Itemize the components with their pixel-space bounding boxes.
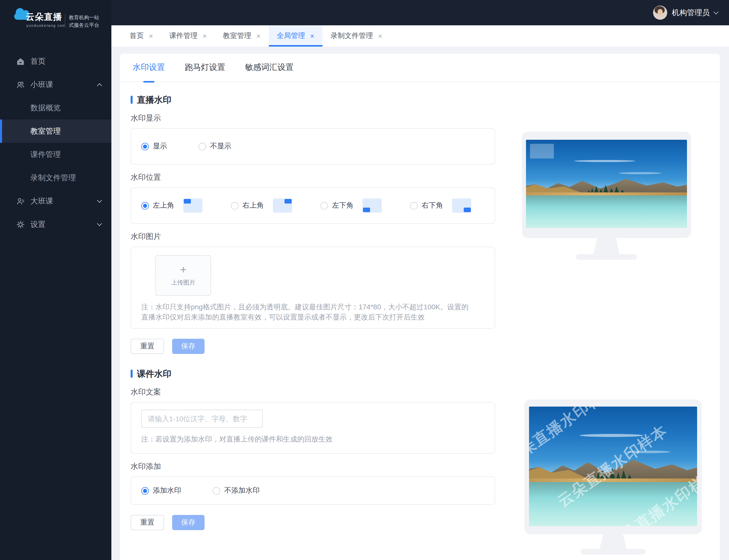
sidebar-item-label: 大班课: [30, 196, 53, 206]
sidebar-item-label: 数据概览: [30, 103, 61, 113]
sidebar: 云朵直播 yunduoketang com 教育机构一站 式服务云平台 首页: [0, 0, 111, 560]
radio-no-watermark[interactable]: 不添加水印: [213, 486, 260, 495]
upload-label: 上传图片: [171, 278, 195, 287]
position-thumbnail-top-left: [183, 198, 203, 213]
radio-selected-icon: [141, 487, 149, 494]
radio-label: 不添加水印: [224, 486, 260, 495]
watermark-add-card: 添加水印 不添加水印: [131, 476, 495, 505]
close-icon[interactable]: ×: [310, 32, 314, 39]
reset-button[interactable]: 重置: [131, 339, 164, 354]
sidebar-item-label: 设置: [30, 219, 46, 229]
tab-courseware[interactable]: 课件管理 ×: [161, 25, 215, 47]
tab-bar: 首页 × 课件管理 × 教室管理 × 全局管理 × 录制文件管理 ×: [111, 25, 729, 47]
tagline-line2: 式服务云平台: [69, 21, 99, 29]
tab-label: 课件管理: [169, 31, 197, 41]
section-accent-bar: [131, 370, 132, 378]
brand-name: 云朵直播: [26, 11, 62, 23]
radio-label: 左下角: [332, 201, 353, 210]
user-menu[interactable]: 机构管理员: [653, 0, 718, 25]
position-marker-icon: [464, 208, 471, 212]
sidebar-item-recording-management[interactable]: 录制文件管理: [0, 166, 111, 189]
chevron-down-icon: [714, 9, 719, 14]
sidebar-item-small-class[interactable]: 小班课: [0, 73, 111, 96]
radio-show[interactable]: 显示: [141, 142, 167, 151]
sidebar-item-label: 首页: [30, 56, 46, 66]
chevron-up-icon: [97, 83, 102, 88]
sidebar-item-label: 录制文件管理: [30, 173, 76, 183]
reflection-layer: [526, 195, 687, 207]
close-icon[interactable]: ×: [149, 32, 153, 39]
close-icon[interactable]: ×: [203, 32, 207, 39]
close-icon[interactable]: ×: [256, 32, 260, 39]
radio-position-top-right[interactable]: 右上角: [231, 198, 292, 213]
live-watermark-actions: 重置 保存: [131, 339, 720, 354]
monitor-stand: [599, 534, 627, 549]
position-thumbnail-bottom-right: [452, 198, 471, 213]
position-marker-icon: [285, 199, 292, 204]
close-icon[interactable]: ×: [378, 32, 382, 39]
brand-tagline: 教育机构一站 式服务云平台: [69, 14, 99, 29]
section-title-text: 课件水印: [137, 368, 171, 379]
position-thumbnail-top-right: [273, 198, 292, 213]
radio-label: 不显示: [210, 142, 231, 151]
monitor-stand: [593, 238, 620, 255]
sidebar-item-data-overview[interactable]: 数据概览: [0, 96, 111, 119]
tagline-line1: 教育机构一站: [69, 14, 99, 21]
save-button[interactable]: 保存: [172, 339, 205, 354]
sidebar-item-large-class[interactable]: 大班课: [0, 189, 111, 213]
reset-button[interactable]: 重置: [131, 515, 164, 530]
sidebar-item-label: 教室管理: [30, 126, 61, 136]
tab-global-management[interactable]: 全局管理 ×: [269, 25, 322, 47]
upload-image-button[interactable]: + 上传图片: [155, 255, 211, 296]
home-icon: [16, 57, 25, 66]
tab-recording[interactable]: 录制文件管理 ×: [322, 25, 390, 47]
radio-unselected-icon: [198, 143, 206, 150]
radio-label: 右下角: [422, 201, 443, 210]
chevron-down-icon: [97, 221, 102, 226]
sidebar-item-courseware-management[interactable]: 课件管理: [0, 143, 111, 166]
section-accent-bar: [131, 96, 132, 104]
section-title-text: 直播水印: [137, 94, 171, 106]
radio-hide[interactable]: 不显示: [198, 142, 231, 151]
subtab-sensitive-words-settings[interactable]: 敏感词汇设置: [245, 54, 294, 82]
monitor-stand-base: [581, 549, 645, 554]
subtab-marquee-settings[interactable]: 跑马灯设置: [185, 54, 225, 82]
radio-selected-icon: [141, 202, 149, 209]
subtab-label: 敏感词汇设置: [245, 62, 294, 73]
app: 机构管理员 云朵直播 yunduoketang com 教育机构一站 式服务云平…: [0, 0, 729, 560]
watermark-sample-text: 云朵直播水印样本: [554, 421, 672, 512]
radio-selected-icon: [141, 143, 149, 150]
sidebar-nav: 首页 小班课 数据概览 教室管理 课件管理: [0, 50, 111, 236]
radio-unselected-icon: [231, 202, 238, 209]
preview-screen: [526, 140, 687, 228]
chevron-down-icon: [97, 198, 102, 203]
sidebar-item-classroom-management[interactable]: 教室管理: [0, 119, 111, 143]
radio-unselected-icon: [320, 202, 328, 209]
sidebar-item-label: 小班课: [30, 80, 53, 89]
tab-home[interactable]: 首页 ×: [121, 25, 161, 47]
sub-tab-bar: 水印设置 跑马灯设置 敏感词汇设置: [120, 54, 720, 82]
subtab-watermark-settings[interactable]: 水印设置: [133, 54, 165, 82]
watermark-display-card: 显示 不显示: [131, 128, 495, 165]
cloud-streak: [619, 172, 661, 174]
field-label-watermark-text: 水印文案: [131, 387, 720, 397]
sidebar-item-settings[interactable]: 设置: [0, 213, 111, 236]
tab-label: 全局管理: [277, 31, 305, 41]
sidebar-item-home[interactable]: 首页: [0, 50, 111, 73]
watermark-position-card: 左上角 右上角 左下角 右下角: [131, 187, 495, 224]
watermark-text-input[interactable]: [141, 410, 263, 428]
section-title-live-watermark: 直播水印: [131, 94, 720, 105]
radio-add-watermark[interactable]: 添加水印: [141, 486, 181, 495]
tab-classroom[interactable]: 教室管理 ×: [215, 25, 269, 47]
save-button[interactable]: 保存: [172, 515, 205, 530]
watermark-image-card: + 上传图片 注：水印只支持png格式图片，且必须为透明底。建议最佳图片尺寸：1…: [131, 247, 495, 329]
radio-position-top-left[interactable]: 左上角: [141, 198, 203, 213]
user-lines-icon: [16, 197, 25, 205]
watermark-text-card: 注：若设置为添加水印，对直播上传的课件和生成的回放生效: [131, 402, 495, 454]
sidebar-item-label: 课件管理: [30, 150, 61, 159]
radio-position-bottom-right[interactable]: 右下角: [410, 198, 471, 213]
radio-position-bottom-left[interactable]: 左下角: [320, 198, 382, 213]
avatar[interactable]: [653, 6, 667, 20]
radio-label: 显示: [153, 142, 167, 151]
radio-unselected-icon: [410, 202, 418, 209]
